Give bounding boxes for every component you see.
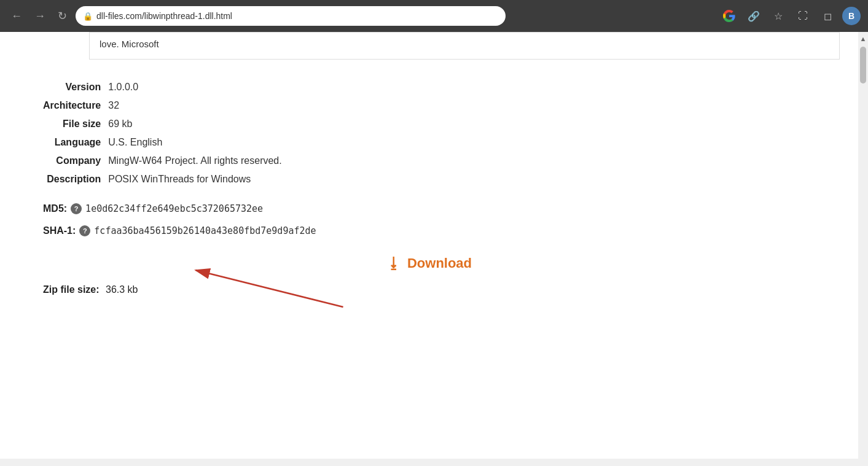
browser-actions: 🔗 ☆ ⛶ ◻ B	[719, 6, 861, 26]
sha1-value: fcfaa36ba456159b26140a43e80fbd7e9d9af2de	[94, 225, 316, 236]
top-banner: love. Microsoft	[89, 32, 840, 60]
md5-help-icon[interactable]: ?	[71, 203, 82, 214]
architecture-value: 32	[108, 96, 281, 115]
profile-button[interactable]: B	[842, 7, 861, 25]
bookmark-button[interactable]: ☆	[768, 6, 788, 26]
version-value: 1.0.0.0	[108, 78, 281, 96]
scroll-up-arrow[interactable]: ▲	[858, 33, 868, 44]
company-value: MingW-W64 Project. All rights reserved.	[108, 152, 281, 170]
vertical-scrollbar[interactable]: ▲ ▼	[858, 32, 868, 466]
description-row: Description POSIX WinThreads for Windows	[43, 170, 282, 188]
filesize-label: File size	[43, 115, 108, 133]
version-row: Version 1.0.0.0	[43, 78, 282, 96]
filesize-row: File size 69 kb	[43, 115, 282, 133]
description-value: POSIX WinThreads for Windows	[108, 170, 281, 188]
download-icon: ⭳	[386, 255, 401, 272]
zip-size-label: Zip file size:	[43, 284, 100, 295]
zip-size-row: Zip file size: 36.3 kb	[43, 284, 840, 295]
filesize-value: 69 kb	[108, 115, 281, 133]
sha1-help-icon[interactable]: ?	[79, 225, 90, 236]
hash-section: MD5: ? 1e0d62c34ff2e649ebc5c372065732ee …	[43, 203, 840, 236]
footer-gray-area	[0, 459, 858, 466]
file-info-table: Version 1.0.0.0 Architecture 32 File siz…	[43, 78, 282, 188]
version-label: Version	[43, 78, 108, 96]
browser-chrome: ← → ↻ 🔒 dll-files.com/libwinpthread-1.dl…	[0, 0, 868, 32]
forward-button[interactable]: →	[31, 7, 49, 25]
architecture-row: Architecture 32	[43, 96, 282, 115]
language-label: Language	[43, 133, 108, 152]
url-text: dll-files.com/libwinpthread-1.dll.html	[96, 11, 498, 21]
back-button[interactable]: ←	[7, 7, 26, 25]
share-button[interactable]: 🔗	[744, 6, 764, 26]
scroll-thumb[interactable]	[860, 47, 866, 83]
reload-button[interactable]: ↻	[54, 7, 71, 25]
sha1-label: SHA-1:	[43, 225, 76, 236]
company-label: Company	[43, 152, 108, 170]
language-row: Language U.S. English	[43, 133, 282, 152]
language-value: U.S. English	[108, 133, 281, 152]
download-label: Download	[407, 255, 472, 271]
md5-row: MD5: ? 1e0d62c34ff2e649ebc5c372065732ee	[43, 203, 840, 214]
download-section: ⭳ Download	[18, 255, 840, 272]
extensions-button[interactable]: ⛶	[793, 6, 813, 26]
md5-value: 1e0d62c34ff2e649ebc5c372065732ee	[85, 203, 263, 214]
zip-size-value: 36.3 kb	[106, 284, 138, 295]
description-label: Description	[43, 170, 108, 188]
download-button[interactable]: ⭳ Download	[386, 255, 472, 272]
lock-icon: 🔒	[83, 12, 93, 21]
split-button[interactable]: ◻	[818, 6, 837, 26]
address-bar[interactable]: 🔒 dll-files.com/libwinpthread-1.dll.html	[76, 6, 506, 26]
architecture-label: Architecture	[43, 96, 108, 115]
md5-label: MD5:	[43, 203, 67, 214]
google-button[interactable]	[719, 6, 739, 26]
main-content: Version 1.0.0.0 Architecture 32 File siz…	[0, 60, 858, 459]
company-row: Company MingW-W64 Project. All rights re…	[43, 152, 282, 170]
sha1-row: SHA-1: ? fcfaa36ba456159b26140a43e80fbd7…	[43, 225, 840, 236]
